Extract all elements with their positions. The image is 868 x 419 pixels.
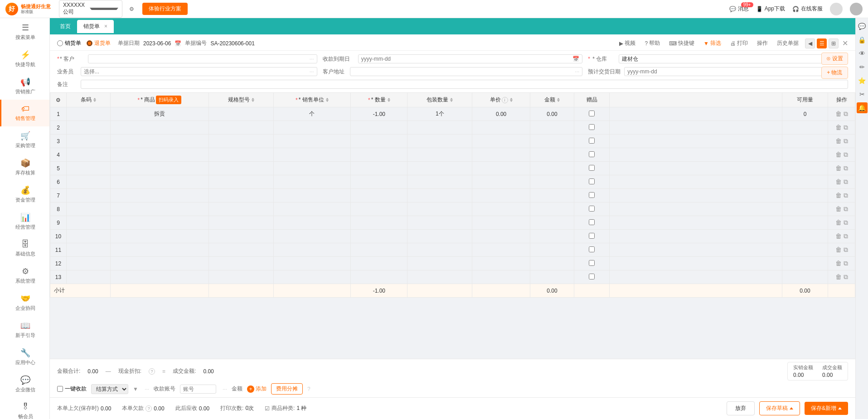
row-qty[interactable] <box>351 230 407 243</box>
row-barcode[interactable] <box>67 216 111 230</box>
copy-icon[interactable]: ⧉ <box>844 273 848 281</box>
row-pkg-qty[interactable] <box>407 230 472 243</box>
save-new-button[interactable]: 保存&新增 <box>805 402 848 415</box>
calc-method-select[interactable]: 结算方式 <box>91 384 128 394</box>
filter-btn[interactable]: ▼ 筛选 <box>701 38 724 48</box>
delete-icon[interactable]: 🗑 <box>835 137 842 145</box>
row-unit[interactable] <box>273 257 351 270</box>
copy-icon[interactable]: ⧉ <box>844 260 848 267</box>
row-pkg-qty[interactable] <box>407 148 472 162</box>
sidebar-item-shortcuts[interactable]: ⚡ 快捷导航 <box>0 45 49 72</box>
gift-checkbox[interactable] <box>589 178 595 184</box>
row-gift[interactable] <box>574 121 610 135</box>
sidebar-item-inventory[interactable]: 📦 库存核算 <box>0 154 49 181</box>
row-product[interactable] <box>111 121 209 135</box>
customer-input-wrap[interactable]: ··· <box>88 54 317 63</box>
row-product[interactable] <box>111 202 209 216</box>
expected-date-input-wrap[interactable]: 📅 <box>624 67 848 76</box>
row-gift[interactable] <box>574 135 610 148</box>
right-panel-lock-icon[interactable]: 🔒 <box>857 34 868 45</box>
grid-view-btn[interactable]: ⊞ <box>829 39 839 48</box>
copy-icon[interactable]: ⧉ <box>844 164 848 172</box>
radio-return[interactable]: 退货单 <box>87 39 111 47</box>
row-gift[interactable] <box>574 107 610 121</box>
delete-icon[interactable]: 🗑 <box>835 164 842 172</box>
delete-icon[interactable]: 🗑 <box>835 151 842 159</box>
sidebar-item-search[interactable]: ☰ 搜索菜单 <box>0 18 49 45</box>
row-barcode[interactable] <box>67 230 111 243</box>
row-unit[interactable]: 个 <box>273 107 351 121</box>
row-qty[interactable] <box>351 270 407 284</box>
row-pkg-qty[interactable] <box>407 135 472 148</box>
right-panel-bell-icon[interactable]: 🔔 <box>857 102 868 113</box>
table-container[interactable]: ⚙ 条码 * * 商品 扫 <box>50 92 855 359</box>
row-amount[interactable] <box>530 189 574 202</box>
row-pkg-qty[interactable] <box>407 202 472 216</box>
row-barcode[interactable] <box>67 107 111 121</box>
row-amount[interactable] <box>530 202 574 216</box>
right-panel-eye-icon[interactable]: 👁 <box>857 48 868 59</box>
row-qty[interactable] <box>351 189 407 202</box>
customer-address-dots[interactable]: ··· <box>575 68 579 75</box>
list-view-btn[interactable]: ☰ <box>817 39 827 48</box>
row-spec[interactable] <box>209 175 273 189</box>
row-pkg-qty[interactable] <box>407 216 472 230</box>
abandon-button[interactable]: 放弃 <box>727 401 755 415</box>
customer-address-input[interactable] <box>353 68 573 75</box>
delete-icon[interactable]: 🗑 <box>835 110 842 118</box>
tab-home[interactable]: 首页 <box>53 20 77 33</box>
row-barcode[interactable] <box>67 175 111 189</box>
sidebar-item-purchase[interactable]: 🛒 采购管理 <box>0 126 49 154</box>
row-spec[interactable] <box>209 216 273 230</box>
row-qty[interactable] <box>351 162 407 175</box>
row-spec[interactable] <box>209 243 273 257</box>
row-unit[interactable] <box>273 189 351 202</box>
row-pkg-qty[interactable] <box>407 243 472 257</box>
row-gift[interactable] <box>574 243 610 257</box>
row-gift[interactable] <box>574 202 610 216</box>
row-unit[interactable] <box>273 216 351 230</box>
payment-due-input-wrap[interactable]: 📅 <box>358 54 583 63</box>
add-payment-btn[interactable]: + 添加 <box>247 385 267 393</box>
gift-checkbox[interactable] <box>589 138 595 144</box>
account-dots[interactable]: ··· <box>223 386 227 392</box>
delete-icon[interactable]: 🗑 <box>835 178 842 186</box>
delete-icon[interactable]: 🗑 <box>835 246 842 254</box>
row-amount[interactable] <box>530 148 574 162</box>
row-barcode[interactable] <box>67 257 111 270</box>
row-unit-price[interactable] <box>472 189 530 202</box>
salesperson-input-wrap[interactable]: ··· <box>81 67 317 76</box>
row-product[interactable]: 拆贡 <box>111 107 209 121</box>
cash-discount-info-icon[interactable]: ? <box>149 368 155 375</box>
gift-checkbox[interactable] <box>589 246 595 252</box>
row-qty[interactable] <box>351 257 407 270</box>
row-spec[interactable] <box>209 270 273 284</box>
row-spec[interactable] <box>209 107 273 121</box>
row-spec[interactable] <box>209 257 273 270</box>
gift-checkbox[interactable] <box>589 151 595 157</box>
row-unit-price[interactable] <box>472 230 530 243</box>
warehouse-input[interactable] <box>622 56 839 62</box>
gift-checkbox[interactable] <box>589 260 595 266</box>
remarks-input-wrap[interactable] <box>81 80 848 89</box>
sidebar-item-enterprise[interactable]: 🤝 企业协同 <box>0 289 49 316</box>
help-btn[interactable]: ? 帮助 <box>642 38 663 48</box>
fee-help-icon[interactable]: ? <box>307 386 310 392</box>
row-gift[interactable] <box>574 257 610 270</box>
gear-icon[interactable]: ⚙ <box>125 3 138 15</box>
checkbox-product-type[interactable]: ☑ <box>265 405 270 412</box>
right-panel-star-icon[interactable]: ⭐ <box>857 75 868 86</box>
row-amount[interactable] <box>530 135 574 148</box>
row-barcode[interactable] <box>67 121 111 135</box>
row-product[interactable] <box>111 189 209 202</box>
operate-btn[interactable]: 操作 <box>754 38 771 48</box>
sidebar-item-sales[interactable]: 🏷 销售管理 <box>0 100 49 126</box>
payment-due-calendar-icon[interactable]: 📅 <box>572 56 579 62</box>
gift-checkbox[interactable] <box>589 274 595 279</box>
row-gift[interactable] <box>574 230 610 243</box>
customer-address-input-wrap[interactable]: ··· <box>350 67 583 76</box>
copy-icon[interactable]: ⧉ <box>844 151 848 159</box>
delete-icon[interactable]: 🗑 <box>835 205 842 213</box>
row-spec[interactable] <box>209 162 273 175</box>
row-qty[interactable] <box>351 243 407 257</box>
